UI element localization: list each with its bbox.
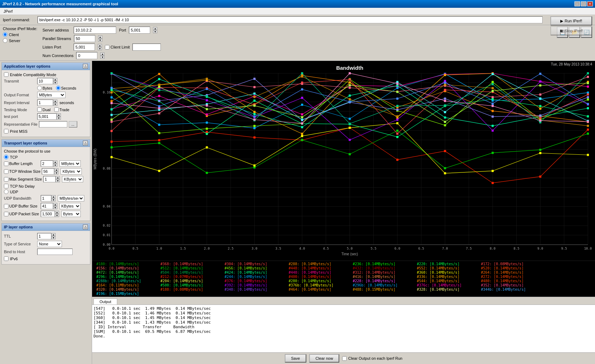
output-tab[interactable]: Output <box>94 298 117 305</box>
clear-on-run-label[interactable]: Clear Output on each Iperf Run <box>342 356 402 361</box>
maximize-button[interactable]: □ <box>581 1 586 6</box>
client-settings-area: Server address Port ▲ ▼ Parallel Streams… <box>42 27 552 59</box>
server-mode-label[interactable]: Server <box>3 38 38 43</box>
udp-radio[interactable] <box>4 189 8 194</box>
client-limit-input[interactable] <box>132 44 161 51</box>
ip-layer-header[interactable]: IP layer options △ <box>2 223 90 231</box>
legend-item: #264: [0.14MBytes/s] <box>480 271 543 274</box>
app-layer-header[interactable]: Application layer options △ <box>2 63 90 70</box>
udp-bandwidth-unit[interactable]: MBytes/sec <box>58 195 84 201</box>
run-iperf-button[interactable]: ▶ Run IPerf! <box>550 16 592 25</box>
legend-item: #368: [0.14MBytes/s] <box>159 262 223 266</box>
legend-item: #236: [0.14MBytes/s] <box>351 262 415 266</box>
tos-select[interactable]: None <box>37 241 62 247</box>
rep-file-row: Representative File ... <box>4 121 88 127</box>
buffer-length-unit[interactable]: MBytes <box>60 160 81 167</box>
udp-bandwidth-input[interactable] <box>41 195 51 201</box>
test-port-input[interactable] <box>37 113 57 120</box>
udp-packet-input[interactable] <box>41 211 55 217</box>
minimize-button[interactable]: ─ <box>574 1 580 6</box>
app-layer-section: Application layer options △ Enable Compa… <box>1 62 90 137</box>
tcp-window-unit[interactable]: KBytes <box>61 168 82 175</box>
trade-checkbox[interactable] <box>54 107 59 112</box>
legend-item: #456: [0.14MBytes/s] <box>223 266 287 270</box>
legend-item: #552: [0.14MBytes/s] <box>415 266 479 270</box>
transport-layer-header[interactable]: Transport layer options △ <box>2 140 90 147</box>
server-address-input[interactable] <box>74 27 116 34</box>
port-down[interactable]: ▼ <box>153 30 157 33</box>
stop-iperf-button[interactable]: ⏹ Stop IPerf! <box>550 26 592 35</box>
legend-item: #440: [0.14MBytes/s] <box>287 271 351 274</box>
server-radio[interactable] <box>3 38 7 43</box>
legend-item: #448: [0.14MBytes/s] <box>287 266 351 270</box>
tcp-window-checkbox[interactable] <box>4 169 8 174</box>
legend-item: #172: [0.08MBytes/s] <box>480 262 543 266</box>
print-mss-checkbox[interactable] <box>4 129 8 133</box>
bytes-radio[interactable] <box>37 86 42 90</box>
client-radio[interactable] <box>3 32 7 37</box>
max-segment-checkbox[interactable] <box>4 177 8 182</box>
transmit-spinner[interactable]: ▲ ▼ <box>53 78 57 84</box>
ipv6-checkbox[interactable] <box>4 256 8 261</box>
buffer-length-checkbox[interactable] <box>4 161 8 166</box>
parallel-streams-input[interactable] <box>74 35 95 42</box>
udp-packet-checkbox[interactable] <box>4 212 8 216</box>
transmit-input[interactable] <box>37 78 53 84</box>
max-segment-unit[interactable]: KBytes <box>62 176 83 182</box>
dual-checkbox[interactable] <box>37 107 42 112</box>
num-connections-row: Num Connections ▲ ▼ <box>42 52 552 59</box>
connections-spinner[interactable]: ▲ ▼ <box>100 52 104 59</box>
save-output-button[interactable]: Save <box>285 354 306 363</box>
port-spinner[interactable]: ▲ ▼ <box>153 27 157 33</box>
output-format-select[interactable]: MBytes <box>37 92 66 98</box>
udp-packet-row: UDP Packet Size ▲ ▼ Bytes <box>4 211 88 217</box>
menu-jperf[interactable]: JPerf <box>2 9 14 14</box>
ip-collapse[interactable]: △ <box>83 224 88 229</box>
num-connections-input[interactable] <box>76 52 97 59</box>
client-limit-checkbox-label[interactable]: Client Limit <box>105 45 130 50</box>
chart-timestamp: Tue, 28 May 2013 10:38:4 <box>551 62 592 66</box>
top-toolbar: Iperf command: ▶ Run IPerf! ⏹ Stop IPerf… <box>0 15 595 25</box>
udp-buffer-checkbox[interactable] <box>4 204 8 209</box>
parallel-streams-row: Parallel Streams ▲ ▼ <box>42 35 552 42</box>
listen-spinner[interactable]: ▲ ▼ <box>98 44 102 50</box>
legend-item: #344b: [0.14MBytes/s] <box>480 288 543 291</box>
iperf-command-input[interactable] <box>38 16 543 23</box>
client-limit-checkbox[interactable] <box>105 45 109 50</box>
legend-item: #244: [0.14MBytes/s] <box>223 275 287 279</box>
legend-item: #544: [0.14MBytes/s] <box>415 279 479 283</box>
clear-on-run-checkbox[interactable] <box>342 356 347 361</box>
legend-item: #272: [0.14MBytes/s] <box>480 275 543 279</box>
buffer-length-input[interactable] <box>41 160 53 167</box>
tcp-radio[interactable] <box>4 155 8 159</box>
compat-mode-checkbox[interactable] <box>4 72 8 77</box>
clear-now-button[interactable]: Clear now <box>309 354 340 363</box>
port-input[interactable] <box>129 27 150 34</box>
udp-buffer-input[interactable] <box>41 203 53 209</box>
ttl-input[interactable] <box>37 233 51 239</box>
udp-buffer-unit[interactable]: KBytes <box>60 203 81 209</box>
output-format-row: Output Format MBytes <box>4 92 88 98</box>
tcp-no-delay-checkbox[interactable] <box>4 184 8 188</box>
streams-up[interactable]: ▲ <box>98 35 102 39</box>
close-button[interactable]: ✕ <box>587 1 593 6</box>
output-tabs: Output <box>92 297 595 305</box>
report-interval-input[interactable] <box>37 99 53 106</box>
legend-item: #312: [0.14MBytes/s] <box>351 271 415 274</box>
app-layer-collapse[interactable]: △ <box>83 64 88 69</box>
max-segment-input[interactable] <box>43 176 56 182</box>
seconds-radio[interactable] <box>56 86 61 90</box>
udp-packet-unit[interactable]: Bytes <box>61 211 81 217</box>
tcp-row: TCP <box>4 155 88 159</box>
legend-item: #156: [0.14MBytes/s] <box>95 266 159 270</box>
listen-port-input[interactable] <box>74 44 95 51</box>
client-mode-label[interactable]: Client <box>3 32 38 37</box>
tcp-window-input[interactable] <box>42 168 54 175</box>
bind-host-input[interactable] <box>37 249 73 255</box>
rep-file-input[interactable] <box>39 121 67 127</box>
streams-spinner[interactable]: ▲ ▼ <box>98 35 102 42</box>
port-up[interactable]: ▲ <box>153 27 157 30</box>
streams-down[interactable]: ▼ <box>98 39 102 42</box>
rep-file-browse[interactable]: ... <box>69 121 77 127</box>
transport-collapse[interactable]: △ <box>83 141 88 146</box>
